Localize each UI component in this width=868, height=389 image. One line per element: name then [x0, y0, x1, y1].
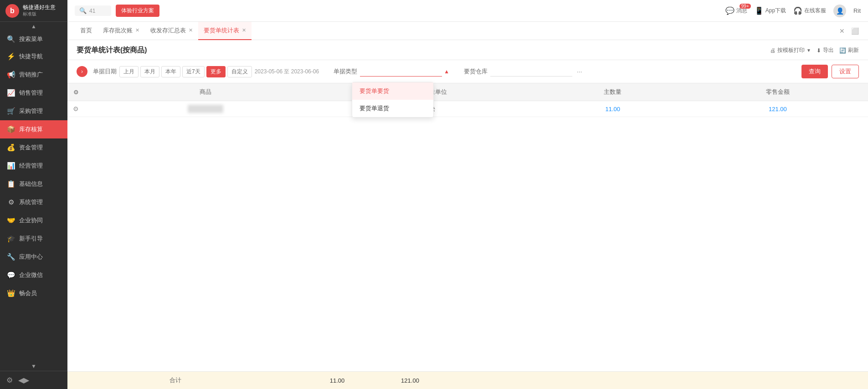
enterprise-icon: 🤝	[6, 216, 15, 225]
row-settings-btn[interactable]: ⚙	[67, 101, 84, 117]
sidebar-item-inventory[interactable]: 📦 库存核算	[0, 120, 67, 138]
tab-order-stats-label: 要货单统计表	[204, 26, 239, 35]
warehouse-filter-group: 要货仓库 ···	[464, 67, 582, 77]
tab-summary-close[interactable]: ✕	[189, 27, 193, 33]
member-icon: 👑	[6, 289, 15, 298]
avatar-image: 👤	[836, 7, 844, 15]
sidebar-scroll-down[interactable]: ▼	[0, 362, 67, 371]
sidebar-item-system[interactable]: ⚙ 系统管理	[0, 193, 67, 211]
header-right: 💬 消息 99+ 📱 App下载 🎧 在线客服 👤 Rit	[725, 5, 861, 17]
chevron-right-icon: ›	[81, 68, 83, 75]
refresh-icon: 🔄	[839, 47, 846, 54]
online-service-btn[interactable]: 🎧 在线客服	[793, 6, 826, 15]
app-download-btn[interactable]: 📱 App下载	[755, 6, 786, 15]
col-product: 商品	[84, 83, 327, 101]
search-icon: 🔍	[79, 7, 87, 14]
sidebar-scroll-up[interactable]: ▲	[0, 22, 67, 31]
tab-home-label: 首页	[80, 26, 92, 35]
sidebar-item-member[interactable]: 👑 畅会员	[0, 284, 67, 302]
total-values: 11.00 121.00	[319, 377, 428, 384]
tab-home[interactable]: 首页	[75, 22, 98, 40]
sidebar-item-basic-info[interactable]: 📋 基础信息	[0, 175, 67, 193]
export-btn[interactable]: ⬇ 导出	[817, 46, 834, 54]
tab-summary[interactable]: 收发存汇总表 ✕	[145, 22, 198, 40]
sidebar-item-search[interactable]: 🔍 搜索菜单	[0, 31, 67, 47]
logo-icon: b	[5, 4, 19, 18]
page-header: 要货单统计表(按商品) 🖨 按模板打印 ▼ ⬇ 导出 🔄 刷新	[67, 40, 868, 60]
warehouse-label: 要货仓库	[464, 67, 488, 76]
row-product: 商品名称商品	[84, 101, 327, 117]
sidebar-item-wechat[interactable]: 💬 企业微信	[0, 266, 67, 284]
tab-order-stats[interactable]: 要货单统计表 ✕	[198, 22, 252, 40]
dropdown-item-return-goods[interactable]: 要货单退货	[352, 100, 433, 117]
date-btn-more[interactable]: 更多	[206, 66, 226, 77]
col-qty: 主数量	[538, 83, 688, 101]
date-btn-last-month[interactable]: 上月	[119, 66, 139, 77]
tabs-actions: ✕ ⬜	[837, 26, 861, 36]
close-all-tabs-btn[interactable]: ✕	[837, 26, 847, 36]
tab-inventory-batch[interactable]: 库存批次账 ✕	[98, 22, 145, 40]
sidebar-bottom: ⚙ ◀▶	[0, 371, 67, 389]
date-btn-7days[interactable]: 近7天	[182, 66, 205, 77]
row-qty[interactable]: 11.00	[538, 101, 688, 117]
inventory-icon: 📦	[6, 125, 15, 134]
sidebar-item-marketing[interactable]: 📢 营销推广	[0, 66, 67, 84]
top-header: 🔍 41 体验行业方案 💬 消息 99+ 📱 App下载 🎧 在线客服 👤	[67, 0, 868, 22]
warehouse-input[interactable]	[490, 67, 572, 77]
print-btn[interactable]: 🖨 按模板打印 ▼	[770, 46, 811, 54]
appstore-icon: 🔧	[6, 252, 15, 261]
type-label: 单据类型	[334, 67, 357, 76]
row-amount[interactable]: 121.00	[688, 101, 868, 117]
date-btn-this-month[interactable]: 本月	[140, 66, 159, 77]
marketing-icon: 📢	[6, 70, 15, 79]
row-settings-icon: ⚙	[73, 105, 79, 113]
printer-icon: 🖨	[770, 47, 776, 54]
sidebar-settings-btn[interactable]: ⚙	[6, 376, 13, 384]
purchase-icon: 🛒	[6, 107, 15, 116]
refresh-btn[interactable]: 🔄 刷新	[839, 46, 859, 54]
industry-btn[interactable]: 体验行业方案	[116, 5, 159, 17]
total-qty: 11.00	[319, 377, 355, 384]
dropdown-item-order-goods[interactable]: 要货单要货	[352, 82, 433, 100]
table-row: ⚙ 商品名称商品 块 11.00 121.00	[67, 101, 868, 117]
sidebar-item-finance[interactable]: 💰 资金管理	[0, 138, 67, 157]
export-icon: ⬇	[817, 47, 821, 54]
sidebar-item-management[interactable]: 📊 经营管理	[0, 157, 67, 175]
expand-tabs-btn[interactable]: ⬜	[849, 26, 861, 36]
query-btn[interactable]: 查询	[801, 65, 828, 78]
product-name-blurred: 商品名称商品	[188, 105, 223, 113]
data-table: ⚙ 商品 主计量单位 主数量 零售金额	[67, 83, 868, 117]
type-select-arrow[interactable]: ▲	[444, 68, 449, 75]
sidebar-item-appstore[interactable]: 🔧 应用中心	[0, 248, 67, 266]
dropdown-arrow-icon: ▼	[806, 48, 811, 53]
date-btn-custom[interactable]: 自定义	[227, 66, 252, 77]
sidebar-item-quicknav[interactable]: ⚡ 快捷导航	[0, 47, 67, 66]
message-btn[interactable]: 💬 消息 99+	[725, 6, 747, 15]
page-actions: 🖨 按模板打印 ▼ ⬇ 导出 🔄 刷新	[770, 46, 859, 54]
sidebar-collapse-btn[interactable]: ◀▶	[18, 376, 29, 384]
tab-inventory-batch-close[interactable]: ✕	[135, 27, 139, 33]
system-icon: ⚙	[6, 198, 15, 207]
type-select-input[interactable]	[360, 67, 442, 77]
sidebar-item-guide[interactable]: 🎓 新手引导	[0, 230, 67, 248]
sales-icon: 📈	[6, 88, 15, 97]
finance-icon: 💰	[6, 143, 15, 152]
col-settings[interactable]: ⚙	[67, 83, 84, 101]
warehouse-more-icon[interactable]: ···	[577, 68, 582, 75]
sidebar-item-sales[interactable]: 📈 销售管理	[0, 84, 67, 102]
search-icon: 🔍	[6, 35, 15, 44]
date-buttons: 上月 本月 本年 近7天 更多 自定义	[119, 66, 252, 77]
chevron-down-icon: ▼	[31, 363, 36, 369]
logo-text: 畅捷通好生意 标准版	[23, 4, 56, 18]
date-btn-this-year[interactable]: 本年	[161, 66, 180, 77]
filter-expand-btn[interactable]: ›	[77, 66, 87, 77]
header-search[interactable]: 🔍 41	[75, 5, 111, 16]
user-name: Rit	[853, 7, 861, 14]
sidebar-item-enterprise[interactable]: 🤝 企业协同	[0, 211, 67, 230]
user-avatar[interactable]: 👤	[833, 5, 846, 17]
total-amount: 121.00	[392, 377, 428, 384]
sidebar-item-purchase[interactable]: 🛒 采购管理	[0, 102, 67, 120]
main-content: 🔍 41 体验行业方案 💬 消息 99+ 📱 App下载 🎧 在线客服 👤	[67, 0, 868, 389]
settings-btn[interactable]: 设置	[832, 65, 859, 78]
tab-order-stats-close[interactable]: ✕	[242, 27, 246, 33]
